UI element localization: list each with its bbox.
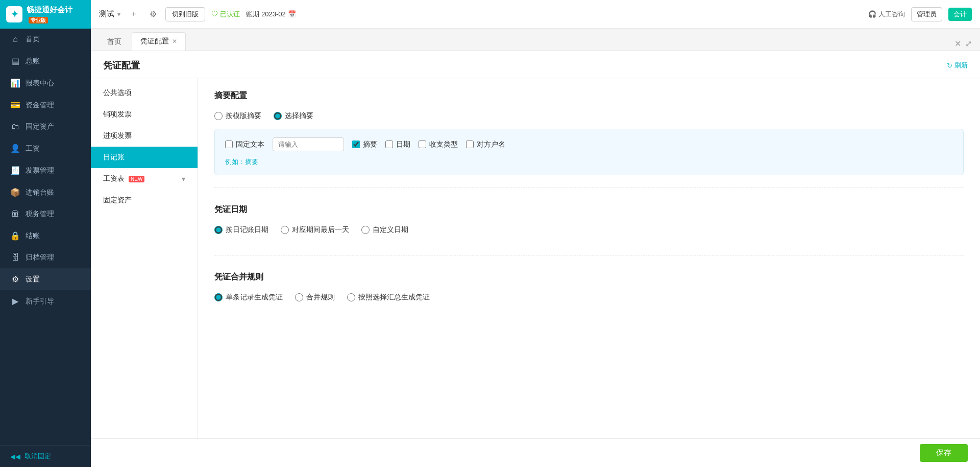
sidebar-item-guide-label: 新手引导	[26, 297, 54, 306]
summary-select-label: 选择摘要	[285, 111, 313, 121]
fixed-text-input[interactable]	[273, 137, 344, 151]
voucher-date-section: 凭证日期 按日记账日期 对应期间最后一天 自定义日期	[214, 204, 964, 255]
sidebar-item-tax[interactable]: 🏛 税务管理	[0, 203, 91, 225]
footer: 保存	[91, 438, 980, 467]
summary-select-radio[interactable]	[274, 112, 282, 120]
sidebar-item-home[interactable]: ⌂ 首页	[0, 29, 91, 50]
nav-item-public[interactable]: 公共选项	[91, 82, 198, 104]
date-checkbox-label: 日期	[396, 140, 410, 149]
fixed-text-label: 固定文本	[236, 140, 264, 149]
date-checkbox[interactable]	[385, 141, 393, 148]
nav-item-sales[interactable]: 销项发票	[91, 104, 198, 125]
merge-rule-label: 合并规则	[306, 293, 335, 302]
sidebar-item-archive[interactable]: 🗄 归档管理	[0, 247, 91, 268]
tab-voucher-config[interactable]: 凭证配置 ✕	[132, 32, 186, 51]
service-button[interactable]: 🎧 人工咨询	[868, 10, 905, 19]
role-button[interactable]: 会计	[948, 8, 972, 21]
period-last-option[interactable]: 对应期间最后一天	[281, 225, 349, 235]
nav-item-purchase[interactable]: 进项发票	[91, 125, 198, 147]
sidebar-item-invoice[interactable]: 🧾 发票管理	[0, 159, 91, 181]
summary-checkbox-item[interactable]: 摘要	[352, 140, 377, 149]
fixed-text-checkbox-item[interactable]: 固定文本	[225, 140, 264, 149]
app-name: 畅捷通好会计	[27, 5, 72, 15]
journal-date-label: 按日记账日期	[226, 225, 268, 235]
date-checkbox-item[interactable]: 日期	[385, 140, 410, 149]
summary-checkbox[interactable]	[352, 141, 360, 148]
project-selector[interactable]: 测试 ▾	[99, 9, 120, 19]
select-summary-radio[interactable]	[347, 293, 355, 301]
refresh-button[interactable]: ↻ 刷新	[947, 61, 968, 70]
page-header: 凭证配置 ↻ 刷新	[91, 51, 980, 78]
assets-icon: 🗂	[10, 122, 20, 131]
custom-date-radio[interactable]	[361, 226, 370, 234]
journal-date-radio[interactable]	[214, 226, 223, 234]
sidebar-item-close-label: 结账	[26, 231, 40, 241]
income-type-checkbox[interactable]	[419, 141, 426, 148]
nav-item-fixed-assets[interactable]: 固定资产	[91, 190, 198, 211]
tab-close-icon[interactable]: ✕	[172, 38, 177, 45]
tax-icon: 🏛	[10, 209, 20, 219]
sidebar-item-settings-label: 设置	[26, 275, 40, 284]
nav-item-payroll[interactable]: 工资表 NEW ▾	[91, 168, 198, 190]
tab-home[interactable]: 首页	[99, 33, 130, 51]
select-summary-option[interactable]: 按照选择汇总生成凭证	[347, 293, 430, 302]
settings-gear-button[interactable]: ⚙	[146, 7, 160, 21]
verified-badge: 🛡 已认证	[211, 10, 240, 19]
switch-version-button[interactable]: 切到旧版	[165, 7, 205, 21]
fullscreen-button[interactable]: ⤢	[965, 39, 972, 49]
income-type-checkbox-item[interactable]: 收支类型	[419, 140, 458, 149]
single-record-radio[interactable]	[214, 293, 223, 301]
sidebar-item-salary[interactable]: 👤 工资	[0, 137, 91, 159]
counterparty-checkbox-item[interactable]: 对方户名	[466, 140, 505, 149]
sidebar-item-settings[interactable]: ⚙ 设置	[0, 268, 91, 290]
sidebar-item-salary-label: 工资	[26, 144, 40, 153]
merge-rule-radio[interactable]	[295, 293, 303, 301]
counterparty-checkbox[interactable]	[466, 141, 474, 148]
merge-rule-option[interactable]: 合并规则	[295, 293, 335, 302]
project-name: 测试	[99, 9, 114, 19]
summary-option-template[interactable]: 按模版摘要	[214, 111, 261, 121]
sidebar-item-funds[interactable]: 💳 资金管理	[0, 94, 91, 116]
sidebar-nav: ⌂ 首页 ▤ 总账 📊 报表中心 💳 资金管理 🗂 固定资产 👤 工资 🧾 发票…	[0, 29, 91, 445]
sidebar-item-assets[interactable]: 🗂 固定资产	[0, 116, 91, 137]
single-record-label: 单条记录生成凭证	[226, 293, 283, 302]
summary-config-box: 固定文本 摘要 日期	[214, 129, 964, 175]
sidebar-item-report[interactable]: 📊 报表中心	[0, 72, 91, 94]
fixed-text-checkbox[interactable]	[225, 141, 233, 148]
salary-icon: 👤	[10, 144, 20, 153]
save-button[interactable]: 保存	[920, 444, 968, 462]
new-badge: NEW	[129, 176, 144, 182]
user-button[interactable]: 管理员	[911, 7, 942, 21]
add-button[interactable]: ＋	[127, 7, 141, 21]
journal-date-option[interactable]: 按日记账日期	[214, 225, 268, 235]
single-record-option[interactable]: 单条记录生成凭证	[214, 293, 283, 302]
sidebar-item-ledger[interactable]: ▤ 总账	[0, 50, 91, 72]
period-last-radio[interactable]	[281, 226, 289, 234]
topbar-actions: ＋ ⚙ 切到旧版	[127, 7, 205, 21]
sidebar-item-trade-label: 进销台账	[26, 188, 54, 197]
sidebar-item-funds-label: 资金管理	[26, 101, 54, 110]
sidebar: ✦ 畅捷通好会计 专业版 ⌂ 首页 ▤ 总账 📊 报表中心 💳 资金管理 🗂 固…	[0, 0, 91, 467]
sidebar-item-trade[interactable]: 📦 进销台账	[0, 181, 91, 203]
close-accounts-icon: 🔒	[10, 231, 20, 241]
summary-template-radio[interactable]	[214, 112, 223, 120]
sidebar-item-archive-label: 归档管理	[26, 253, 54, 262]
sidebar-item-close[interactable]: 🔒 结账	[0, 225, 91, 247]
sidebar-item-tax-label: 税务管理	[26, 209, 54, 219]
select-summary-label: 按照选择汇总生成凭证	[358, 293, 430, 302]
sidebar-item-guide[interactable]: ▶ 新手引导	[0, 290, 91, 312]
refresh-label: 刷新	[954, 61, 968, 70]
period-info: 账期 2023-02 📅	[246, 10, 296, 19]
trade-icon: 📦	[10, 188, 20, 197]
body-layout: 公共选项 销项发票 进项发票 日记账 工资表 NEW ▾	[91, 78, 980, 438]
left-navigation: 公共选项 销项发票 进项发票 日记账 工资表 NEW ▾	[91, 78, 198, 438]
pin-icon: ◀◀	[10, 453, 20, 460]
nav-item-journal[interactable]: 日记账	[91, 147, 198, 168]
summary-option-select[interactable]: 选择摘要	[274, 111, 313, 121]
logo-icon: ✦	[6, 6, 22, 22]
cancel-fixed-button[interactable]: ◀◀ 取消固定	[0, 445, 91, 467]
service-label: 人工咨询	[878, 10, 905, 19]
custom-date-option[interactable]: 自定义日期	[361, 225, 408, 235]
close-panel-button[interactable]: ✕	[954, 39, 961, 49]
example-prefix: 例如：	[225, 158, 245, 166]
